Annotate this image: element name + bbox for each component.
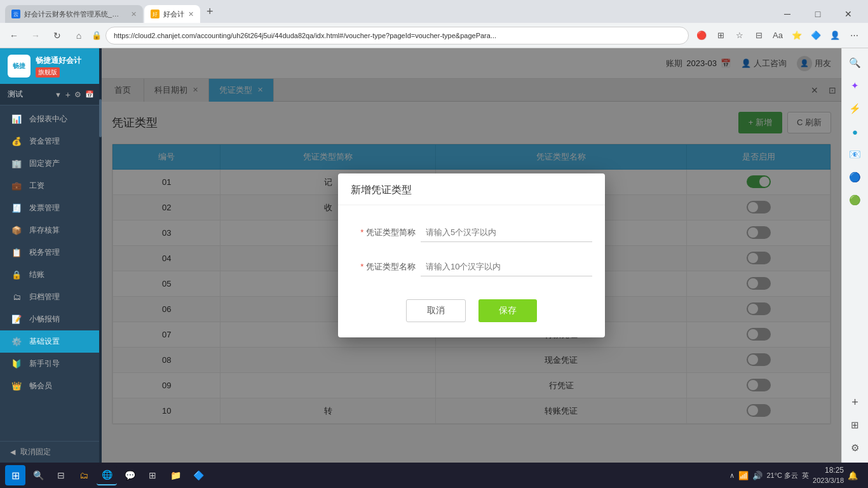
nav-home[interactable]: ⌂ — [70, 27, 88, 44]
window-minimize[interactable]: ─ — [773, 5, 802, 23]
browser-chrome: 云 好会计云财务软件管理系统_会计 ✕ 好 好会计 ✕ + ─ □ ✕ ← → … — [0, 0, 868, 463]
sidebar-item-settings[interactable]: ⚙️ 基础设置 — [0, 330, 102, 353]
settings-icon: ⚙️ — [10, 337, 23, 346]
time-display: 18:25 — [813, 465, 844, 476]
tab2-favicon: 好 — [151, 10, 159, 18]
sidebar-item-funds[interactable]: 💰 资金管理 — [0, 130, 102, 152]
browser-tab-inactive[interactable]: 云 好会计云财务软件管理系统_会计 ✕ — [5, 5, 143, 23]
sound-icon[interactable]: 🔊 — [752, 471, 763, 480]
sidebar-item-tax[interactable]: 📋 税务管理 — [0, 241, 102, 264]
sidebar-logo: 畅捷 — [8, 55, 31, 78]
show-hidden-icon[interactable]: ∧ — [729, 471, 735, 480]
abbr-input[interactable] — [421, 223, 592, 242]
sidebar-org-name: 测试 — [8, 89, 51, 100]
extension-icon[interactable]: ⊞ — [712, 27, 729, 44]
closing-icon: 🔒 — [10, 270, 23, 280]
user-icon[interactable]: 👤 — [826, 27, 844, 44]
sidebar-footer[interactable]: ◀ 取消固定 — [0, 441, 102, 463]
browser-tab-active[interactable]: 好 好会计 ✕ — [144, 5, 200, 23]
apps-taskbar[interactable]: ⊞ — [142, 465, 163, 485]
security-icon: 🔒 — [92, 30, 102, 40]
sidebar-item-expense[interactable]: 📝 小畅报销 — [0, 308, 102, 330]
invoice-label: 发票管理 — [29, 203, 60, 214]
invoice-icon: 🧾 — [10, 203, 23, 213]
abbr-label: * 凭证类型简称 — [351, 227, 421, 238]
browser-tab-bar: 云 好会计云财务软件管理系统_会计 ✕ 好 好会计 ✕ + ─ □ ✕ — [0, 0, 868, 23]
right-grid-icon[interactable]: ⊞ — [846, 416, 865, 435]
right-green-icon[interactable]: 🟢 — [846, 191, 865, 210]
tab2-close[interactable]: ✕ — [188, 10, 194, 18]
cancel-button[interactable]: 取消 — [406, 299, 466, 322]
sidebar-header: 畅捷 畅捷通好会计 旗舰版 — [0, 48, 102, 84]
save-button[interactable]: 保存 — [478, 299, 537, 322]
wifi-icon[interactable]: 📶 — [738, 471, 749, 480]
right-search-icon[interactable]: 🔍 — [846, 53, 865, 72]
tab1-favicon: 云 — [11, 10, 20, 18]
sidebar-item-guide[interactable]: 🔰 新手引导 — [0, 353, 102, 375]
sidebar-item-reports[interactable]: 📊 会报表中心 — [0, 108, 102, 130]
expense-icon: 📝 — [10, 315, 23, 324]
star-icon[interactable]: ☆ — [731, 27, 749, 44]
favorites-icon[interactable]: ⭐ — [788, 27, 806, 44]
bookmark-icon[interactable]: 🔴 — [693, 27, 710, 44]
sidebar-item-archive[interactable]: 🗂 归档管理 — [0, 286, 102, 308]
chrome-taskbar[interactable]: 🌐 — [97, 465, 117, 485]
window-maximize[interactable]: □ — [803, 5, 832, 23]
more-icon[interactable]: ⋯ — [845, 27, 863, 44]
clock[interactable]: 18:25 2023/3/18 — [813, 465, 844, 485]
sidebar-item-invoice[interactable]: 🧾 发票管理 — [0, 197, 102, 219]
sidebar-item-assets[interactable]: 🏢 固定资产 — [0, 152, 102, 175]
right-circle-icon[interactable]: ● — [846, 122, 865, 141]
right-star-icon[interactable]: ✦ — [846, 76, 865, 95]
start-button[interactable]: ⊞ — [5, 465, 25, 485]
right-blue-icon[interactable]: 🔵 — [846, 168, 865, 187]
toolbar-icons: 🔴 ⊞ ☆ ⊟ Aa ⭐ 🔷 👤 ⋯ — [693, 27, 863, 44]
archive-icon: 🗂 — [10, 292, 23, 302]
org-settings-icon[interactable]: ⚙ — [74, 90, 81, 99]
app-container: 畅捷 畅捷通好会计 旗舰版 测试 ▼ + ⚙ 📅 📊 会报表中心 — [0, 48, 841, 463]
dialog-body: * 凭证类型简称 * 凭证类型名称 — [338, 205, 605, 292]
nav-refresh[interactable]: ↻ — [48, 27, 66, 44]
task-view[interactable]: ⊟ — [51, 465, 71, 485]
dialog-footer: 取消 保存 — [338, 292, 605, 337]
search-taskbar[interactable]: 🔍 — [28, 465, 48, 485]
taskbar-sys-tray: ∧ 📶 🔊 21°C 多云 英 18:25 2023/3/18 🔔 — [729, 465, 863, 485]
dialog-header: 新增凭证类型 — [338, 173, 605, 205]
new-tab-button[interactable]: + — [201, 5, 219, 18]
notification-icon[interactable]: 🔔 — [848, 471, 858, 480]
reading-view-icon[interactable]: Aa — [769, 27, 787, 44]
right-plus-icon[interactable]: + — [846, 393, 865, 412]
sidebar-item-inventory[interactable]: 📦 库存核算 — [0, 219, 102, 241]
edge-taskbar[interactable]: 🔷 — [188, 465, 208, 485]
name-input[interactable] — [421, 257, 592, 276]
window-close[interactable]: ✕ — [834, 5, 863, 23]
file-explorer[interactable]: 🗂 — [74, 465, 94, 485]
sidebar-edition: 旗舰版 — [36, 67, 60, 78]
nav-forward[interactable]: → — [27, 27, 44, 44]
folder-taskbar[interactable]: 📁 — [165, 465, 186, 485]
right-outlook-icon[interactable]: 📧 — [846, 145, 865, 164]
closing-label: 结账 — [29, 269, 44, 280]
nav-back[interactable]: ← — [5, 27, 23, 44]
wechat-taskbar[interactable]: 💬 — [119, 465, 140, 485]
right-panel: 🔍 ✦ ⚡ ● 📧 🔵 🟢 + ⊞ ⚙ — [841, 48, 868, 463]
sidebar-item-closing[interactable]: 🔒 结账 — [0, 264, 102, 286]
address-bar[interactable] — [105, 27, 689, 44]
sidebar-item-payroll[interactable]: 💼 工资 — [0, 175, 102, 197]
sidebar-brand: 畅捷通好会计 — [36, 55, 81, 66]
settings-label: 基础设置 — [29, 336, 60, 347]
collections-icon[interactable]: 🔷 — [807, 27, 825, 44]
right-lightning-icon[interactable]: ⚡ — [846, 99, 865, 118]
tab2-title: 好会计 — [163, 10, 184, 19]
language-indicator[interactable]: 英 — [802, 471, 809, 480]
right-gear-icon[interactable]: ⚙ — [846, 438, 865, 458]
sidebar-org-selector[interactable]: 测试 ▼ + ⚙ 📅 — [0, 84, 102, 105]
inventory-icon: 📦 — [10, 226, 23, 235]
tab1-close[interactable]: ✕ — [131, 10, 137, 18]
sidebar-item-member[interactable]: 👑 畅会员 — [0, 375, 102, 397]
split-view-icon[interactable]: ⊟ — [750, 27, 768, 44]
guide-icon: 🔰 — [10, 359, 23, 369]
main-content: 账期 2023-03 📅 👤 人工咨询 👤 用友 首页 — [102, 48, 841, 463]
sidebar-nav: 📊 会报表中心 💰 资金管理 🏢 固定资产 💼 工资 🧾 发票管理 — [0, 105, 102, 441]
org-add-icon[interactable]: + — [65, 90, 71, 100]
